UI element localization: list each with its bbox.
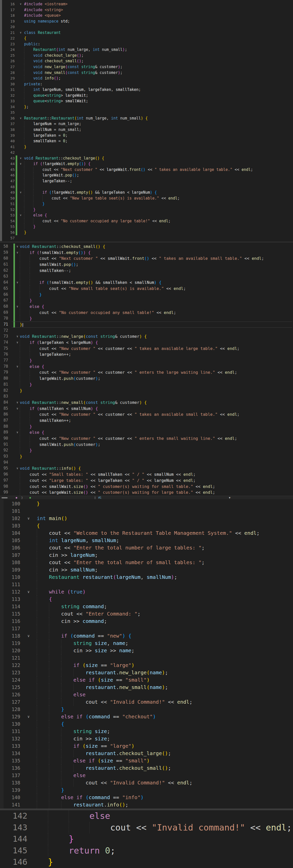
line-number[interactable]: 16: [0, 1, 15, 7]
line-number[interactable]: 53: [0, 212, 15, 218]
line-number[interactable]: 58: [0, 244, 8, 250]
line-number[interactable]: 98: [0, 484, 8, 490]
code-line[interactable]: 59∨ if (!smallWait.empty()) {: [0, 250, 293, 256]
line-number[interactable]: 26: [0, 58, 15, 64]
code-line[interactable]: 92 }: [0, 447, 293, 454]
code-line[interactable]: 65 cout << "New small table seat(s) is a…: [0, 286, 293, 292]
line-number[interactable]: 20: [0, 24, 15, 30]
line-number[interactable]: 100: [0, 500, 20, 507]
code-line[interactable]: 63: [0, 274, 293, 280]
code-line[interactable]: 106 cout << "Enter the total number of l…: [0, 544, 293, 552]
line-number[interactable]: 103: [0, 522, 20, 529]
code-line[interactable]: 24 Restaurant(int num_large, int num_sma…: [0, 47, 293, 53]
line-number[interactable]: 89: [0, 429, 8, 436]
code-line[interactable]: 100}: [0, 500, 293, 507]
code-line[interactable]: 101: [0, 507, 293, 515]
line-number[interactable]: 145: [0, 845, 27, 857]
line-number[interactable]: 110: [0, 574, 20, 581]
code-line[interactable]: 118∨ if (command == "new") {: [0, 632, 293, 640]
code-line[interactable]: 48: [0, 184, 293, 190]
code-line[interactable]: 60 cout << "Next customer " << smallWait…: [0, 255, 293, 261]
line-number[interactable]: 121: [0, 654, 20, 662]
code-line[interactable]: 125 restaurant.new_small(name);: [0, 684, 293, 691]
line-number[interactable]: 106: [0, 544, 20, 552]
line-number[interactable]: 66: [0, 292, 8, 298]
code-line[interactable]: 71}: [0, 321, 293, 328]
code-line[interactable]: 25 void checkout_large();: [0, 53, 293, 59]
code-line[interactable]: 107 cin >> largeNum;: [0, 552, 293, 559]
code-line[interactable]: 58∨void Restaurant::checkout_small() {: [0, 244, 293, 250]
code-line[interactable]: 74∨ if (largeTaken < largeNum) {: [0, 340, 293, 346]
code-line[interactable]: 33 queue<string> smallWait;: [0, 98, 293, 104]
line-number[interactable]: 102: [0, 515, 20, 522]
code-line[interactable]: 122 if (size == "large"): [0, 662, 293, 669]
line-number[interactable]: 136: [0, 765, 20, 772]
line-number[interactable]: 46: [0, 173, 15, 178]
line-number[interactable]: 97: [0, 477, 8, 484]
code-line[interactable]: 38 smallNum = num_small;: [0, 127, 293, 133]
line-number[interactable]: 79: [0, 369, 8, 375]
code-line[interactable]: 90 cout << "New customer " << customer <…: [0, 436, 293, 442]
line-number[interactable]: 146: [0, 856, 27, 868]
line-number[interactable]: 28: [0, 70, 15, 76]
code-line[interactable]: 64∨ if (!smallWait.empty() && smallTaken…: [0, 280, 293, 286]
line-number[interactable]: 109: [0, 566, 20, 574]
line-number[interactable]: 75: [0, 346, 8, 352]
code-line[interactable]: 39 largeTaken = 0;: [0, 133, 293, 138]
code-line[interactable]: 130 {: [0, 720, 293, 728]
code-line[interactable]: 69 cout << "No customer occupied any sma…: [0, 310, 293, 316]
code-line[interactable]: 89∨ else {: [0, 429, 293, 436]
code-line[interactable]: 114 string command;: [0, 603, 293, 610]
fold-chevron-icon[interactable]: ∨: [15, 244, 20, 250]
fold-chevron-icon[interactable]: ∨: [15, 304, 20, 310]
line-number[interactable]: 77: [0, 358, 8, 364]
line-number[interactable]: 115: [0, 610, 20, 618]
code-line[interactable]: 78∨ else {: [0, 364, 293, 370]
code-line[interactable]: 76 largeTaken++;: [0, 351, 293, 358]
code-line[interactable]: 134 restaurant.checkout_large();: [0, 750, 293, 757]
line-number[interactable]: 19: [0, 19, 15, 24]
code-line[interactable]: 68∨ else {: [0, 304, 293, 310]
code-line[interactable]: 139 }: [0, 786, 293, 794]
line-number[interactable]: 31: [0, 87, 15, 93]
code-line[interactable]: 143 cout << "Invalid command!" << endl;: [0, 822, 293, 834]
code-line[interactable]: 46 largeWait.pop();: [0, 173, 293, 178]
code-line[interactable]: 21∨class Restaurant: [0, 30, 293, 36]
code-line[interactable]: 126 else: [0, 691, 293, 699]
line-number[interactable]: 123: [0, 669, 20, 676]
line-number[interactable]: 86: [0, 411, 8, 417]
code-line[interactable]: 36∨Restaurant::Restaurant(int num_large,…: [0, 116, 293, 121]
code-line[interactable]: 141 restaurant.info();: [0, 801, 293, 808]
line-number[interactable]: 18: [0, 13, 15, 19]
code-line[interactable]: 77 }: [0, 358, 293, 364]
line-number[interactable]: 144: [0, 833, 27, 845]
line-number[interactable]: 83: [0, 394, 8, 400]
line-number[interactable]: 95: [0, 465, 8, 471]
line-number[interactable]: 141: [0, 801, 20, 808]
line-number[interactable]: 138: [0, 779, 20, 786]
code-line[interactable]: 111: [0, 581, 293, 588]
line-number[interactable]: 125: [0, 684, 20, 691]
code-line[interactable]: 138 cout << "Invalid Command!" << endl;: [0, 779, 293, 786]
line-number[interactable]: 96: [0, 471, 8, 477]
line-number[interactable]: 30: [0, 81, 15, 87]
line-number[interactable]: 68: [0, 304, 8, 310]
code-line[interactable]: 53∨ else {: [0, 212, 293, 218]
fold-chevron-icon[interactable]: ∨: [15, 465, 20, 471]
line-number[interactable]: 69: [0, 310, 8, 316]
line-number[interactable]: 87: [0, 417, 8, 424]
fold-chevron-icon[interactable]: ∨: [17, 155, 24, 161]
code-line[interactable]: 104 cout << "Welcome to the Restaurant T…: [0, 529, 293, 537]
line-number[interactable]: 74: [0, 340, 8, 346]
line-number[interactable]: 91: [0, 442, 8, 448]
line-number[interactable]: 139: [0, 786, 20, 794]
line-number[interactable]: 112: [0, 588, 20, 595]
line-number[interactable]: 105: [0, 537, 20, 544]
line-number[interactable]: 119: [0, 640, 20, 647]
line-number[interactable]: 42: [0, 150, 15, 155]
line-number[interactable]: 142: [0, 810, 27, 822]
line-number[interactable]: 21: [0, 30, 15, 36]
code-line[interactable]: 142 else: [0, 810, 293, 822]
code-line[interactable]: 37 largeNum = num_large;: [0, 121, 293, 127]
line-number[interactable]: 65: [0, 286, 8, 292]
